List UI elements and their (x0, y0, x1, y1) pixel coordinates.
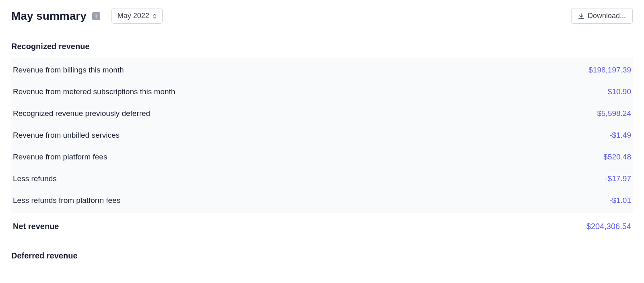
page-title: May summary (11, 10, 87, 23)
revenue-value[interactable]: $198,197.39 (588, 66, 631, 74)
revenue-label: Revenue from billings this month (13, 66, 124, 74)
revenue-row: Revenue from metered subscriptions this … (11, 81, 633, 103)
revenue-row: Revenue from platform fees $520.48 (11, 146, 633, 168)
revenue-value[interactable]: $5,598.24 (597, 109, 631, 118)
section-title-recognized: Recognized revenue (11, 42, 633, 51)
download-icon (578, 13, 584, 19)
revenue-row: Revenue from billings this month $198,19… (11, 59, 633, 81)
recognized-revenue-section: Recognized revenue Revenue from billings… (11, 42, 633, 238)
revenue-value[interactable]: -$1.49 (609, 131, 631, 140)
revenue-label: Recognized revenue previously deferred (13, 109, 150, 118)
revenue-value[interactable]: -$17.97 (605, 174, 631, 183)
revenue-row: Recognized revenue previously deferred $… (11, 103, 633, 124)
revenue-row: Less refunds from platform fees -$1.01 (11, 190, 633, 211)
section-title-deferred: Deferred revenue (11, 251, 633, 260)
revenue-value[interactable]: -$1.01 (609, 196, 631, 205)
revenue-value[interactable]: $520.48 (603, 153, 631, 161)
download-button[interactable]: Download... (571, 8, 633, 24)
recognized-revenue-box: Revenue from billings this month $198,19… (11, 58, 633, 213)
header-left: May summary i May 2022 (11, 8, 163, 24)
chevron-updown-icon (153, 13, 157, 19)
download-label: Download... (588, 12, 626, 20)
revenue-row: Revenue from unbilled services -$1.49 (11, 124, 633, 146)
info-icon[interactable]: i (92, 12, 100, 20)
revenue-value[interactable]: $10.90 (608, 87, 631, 96)
page-header: May summary i May 2022 Download... (11, 8, 633, 32)
revenue-label: Less refunds (13, 174, 57, 183)
revenue-row: Less refunds -$17.97 (11, 168, 633, 190)
revenue-label: Less refunds from platform fees (13, 196, 120, 205)
month-select-label: May 2022 (118, 12, 149, 20)
revenue-label: Revenue from metered subscriptions this … (13, 87, 175, 96)
net-revenue-label: Net revenue (13, 222, 59, 231)
month-select[interactable]: May 2022 (111, 8, 163, 24)
revenue-label: Revenue from platform fees (13, 153, 107, 161)
revenue-label: Revenue from unbilled services (13, 131, 120, 140)
net-revenue-value[interactable]: $204,306.54 (586, 222, 631, 231)
deferred-revenue-section: Deferred revenue (11, 251, 633, 260)
net-revenue-row: Net revenue $204,306.54 (11, 215, 633, 238)
